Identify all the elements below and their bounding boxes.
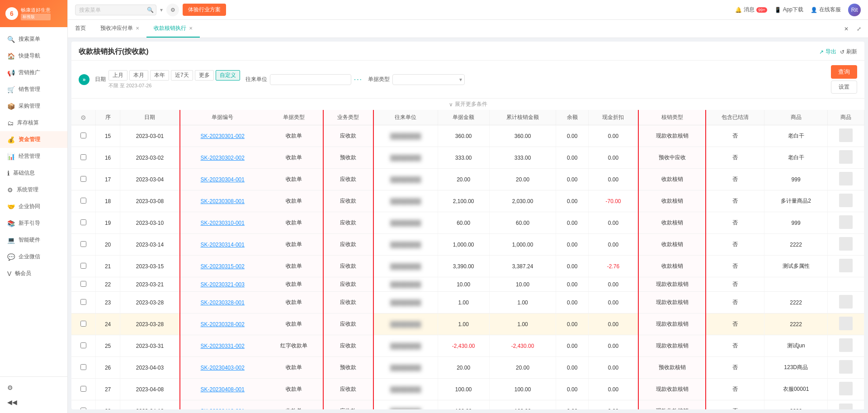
cell-checkbox[interactable] bbox=[71, 125, 95, 147]
sidebar-item-collapse[interactable]: ◀◀ bbox=[0, 395, 67, 409]
sidebar-item-system[interactable]: ⚙系统管理 bbox=[0, 181, 67, 198]
cell-discount: 0.00 bbox=[589, 400, 638, 410]
bill-no-link[interactable]: SK-20230314-001 bbox=[201, 242, 245, 248]
bill-no-link[interactable]: SK-20230301-002 bbox=[201, 133, 245, 139]
cell-checkbox[interactable] bbox=[71, 357, 95, 379]
cell-checkbox[interactable] bbox=[71, 190, 95, 212]
cell-checkbox[interactable] bbox=[71, 379, 95, 400]
sidebar-item-operation[interactable]: 📊经营管理 bbox=[0, 148, 67, 165]
expand-more-button[interactable]: ∨ 展开更多条件 bbox=[449, 100, 487, 108]
export-icon: ↗ bbox=[819, 49, 824, 55]
sidebar-item-vip[interactable]: V畅会员 bbox=[0, 265, 67, 282]
billtype-select[interactable] bbox=[392, 74, 465, 85]
table-row: 16 2023-03-02 SK-20230302-002 收款单 预收款 ██… bbox=[71, 147, 864, 169]
table-header-row: ⚙ 序 日期 单据编号 单据类型 业务类型 往来单位 单据金额 累计核销金额 余… bbox=[71, 110, 864, 125]
cell-checkbox[interactable] bbox=[71, 234, 95, 256]
sidebar-item-collab[interactable]: 🤝企业协同 bbox=[0, 198, 67, 215]
cell-bill-type: 收款单 bbox=[265, 379, 323, 400]
sidebar-item-quick[interactable]: 🏠快捷导航 bbox=[0, 47, 67, 64]
industry-solution-button[interactable]: 体验行业方案 bbox=[183, 4, 226, 16]
cell-discount: 0.00 bbox=[589, 357, 638, 379]
message-button[interactable]: 🔔 消息 99+ bbox=[735, 6, 767, 14]
sidebar-item-finance[interactable]: 💰资金管理 bbox=[0, 131, 67, 148]
setting-button[interactable]: 设置 bbox=[831, 81, 857, 94]
cell-seq: 19 bbox=[95, 212, 120, 234]
sidebar-item-wechat[interactable]: 💬企业微信 bbox=[0, 248, 67, 265]
user-avatar[interactable]: Rit bbox=[848, 4, 861, 16]
cell-verify-type: 收款核销 bbox=[638, 190, 706, 212]
sidebar-item-guide[interactable]: 📚新手引导 bbox=[0, 215, 67, 232]
bill-no-link[interactable]: SK-20230310-001 bbox=[201, 220, 245, 226]
refresh-label: 刷新 bbox=[846, 48, 857, 56]
bill-no-link[interactable]: SK-20230304-001 bbox=[201, 176, 245, 183]
refresh-button[interactable]: ↺ 刷新 bbox=[840, 48, 857, 56]
this-year-btn[interactable]: 本年 bbox=[150, 70, 169, 81]
bill-no-link[interactable]: SK-20230331-002 bbox=[201, 343, 245, 349]
tab-home[interactable]: 首页 bbox=[68, 20, 93, 38]
cell-biz-type: 预收款 bbox=[323, 357, 373, 379]
tab-verify-close-icon[interactable]: ✕ bbox=[189, 26, 193, 31]
sidebar-item-search[interactable]: 🔍搜索菜单 bbox=[0, 31, 67, 47]
bill-no-link[interactable]: SK-20230403-002 bbox=[201, 365, 245, 371]
cell-bill-no: SK-20230310-001 bbox=[180, 212, 265, 234]
cell-goods: 老白干 bbox=[764, 147, 827, 169]
dropdown-chevron-icon[interactable]: ▾ bbox=[160, 7, 163, 13]
search-input[interactable] bbox=[75, 5, 156, 15]
cell-checkbox[interactable] bbox=[71, 313, 95, 335]
column-settings-button[interactable]: ⚙ bbox=[80, 114, 86, 121]
partner-value: ████████ bbox=[390, 176, 421, 183]
custom-date-btn[interactable]: 自定义 bbox=[216, 70, 240, 81]
sidebar-item-inventory[interactable]: 🗂库存核算 bbox=[0, 114, 67, 131]
sidebar-item-purchase[interactable]: 📦采购管理 bbox=[0, 98, 67, 114]
tab-verify[interactable]: 收款核销执行 ✕ bbox=[146, 20, 200, 38]
query-button[interactable]: 查询 bbox=[831, 65, 857, 79]
refresh-icon: ↺ bbox=[840, 49, 844, 55]
cell-bill-type: 收款单 bbox=[265, 357, 323, 379]
bill-no-link[interactable]: SK-20230302-002 bbox=[201, 155, 245, 161]
sidebar-item-marketing[interactable]: 📢营销推广 bbox=[0, 64, 67, 81]
partner-dots-icon[interactable]: ··· bbox=[354, 76, 363, 84]
this-month-btn[interactable]: 本月 bbox=[129, 70, 148, 81]
partner-input[interactable] bbox=[270, 74, 351, 85]
settings-gear-btn[interactable]: ⚙ bbox=[166, 4, 179, 16]
tab-prepay-close-icon[interactable]: ✕ bbox=[136, 26, 139, 31]
tabbar-close-all-button[interactable]: ✕ bbox=[841, 24, 852, 34]
sidebar-item-settings[interactable]: ⚙ bbox=[0, 380, 67, 395]
cell-checkbox[interactable] bbox=[71, 256, 95, 277]
cell-checkbox[interactable] bbox=[71, 277, 95, 292]
export-button[interactable]: ↗ 导出 bbox=[819, 48, 836, 56]
tabbar-expand-button[interactable]: ⤢ bbox=[854, 24, 864, 34]
bill-no-link[interactable]: SK-20230321-003 bbox=[201, 281, 245, 288]
cell-checkbox[interactable] bbox=[71, 147, 95, 169]
sidebar-item-sales[interactable]: 🛒销售管理 bbox=[0, 81, 67, 98]
cell-seq: 26 bbox=[95, 357, 120, 379]
cell-checkbox[interactable] bbox=[71, 292, 95, 313]
cell-amount: 3,390.00 bbox=[438, 256, 489, 277]
online-service-button[interactable]: 👤 在线客服 bbox=[811, 6, 841, 14]
cell-biz-type: 应收款 bbox=[323, 292, 373, 313]
cell-goods-img bbox=[827, 313, 864, 335]
cell-checkbox[interactable] bbox=[71, 400, 95, 410]
bill-no-link[interactable]: SK-20230308-001 bbox=[201, 198, 245, 204]
bill-no-link[interactable]: SK-20230408-001 bbox=[201, 386, 245, 393]
page-actions: ↗ 导出 ↺ 刷新 bbox=[819, 48, 857, 56]
app-download-button[interactable]: 📱 App下载 bbox=[774, 6, 803, 14]
tab-prepay[interactable]: 预收冲应付单 ✕ bbox=[93, 20, 146, 38]
more-date-btn[interactable]: 更多 bbox=[195, 70, 214, 81]
bill-no-link[interactable]: SK-20230328-002 bbox=[201, 321, 245, 328]
cell-checkbox[interactable] bbox=[71, 335, 95, 357]
search-icon: 🔍 bbox=[147, 7, 154, 13]
tab-home-label: 首页 bbox=[75, 24, 86, 32]
sidebar-item-hardware[interactable]: 💻智能硬件 bbox=[0, 232, 67, 248]
last-month-btn[interactable]: 上月 bbox=[108, 70, 127, 81]
bill-no-link[interactable]: SK-20230418-001 bbox=[201, 408, 245, 410]
sidebar-item-basic[interactable]: ℹ基础信息 bbox=[0, 165, 67, 181]
last-7days-btn[interactable]: 近7天 bbox=[171, 70, 193, 81]
bill-no-link[interactable]: SK-20230328-001 bbox=[201, 299, 245, 306]
cell-partner: ████████ bbox=[373, 400, 438, 410]
cell-checkbox[interactable] bbox=[71, 212, 95, 234]
filter-toggle-button[interactable]: » bbox=[79, 74, 90, 85]
bill-no-link[interactable]: SK-20230315-002 bbox=[201, 263, 245, 270]
data-table-wrap[interactable]: ⚙ 序 日期 单据编号 单据类型 业务类型 往来单位 单据金额 累计核销金额 余… bbox=[71, 110, 864, 409]
cell-checkbox[interactable] bbox=[71, 169, 95, 190]
